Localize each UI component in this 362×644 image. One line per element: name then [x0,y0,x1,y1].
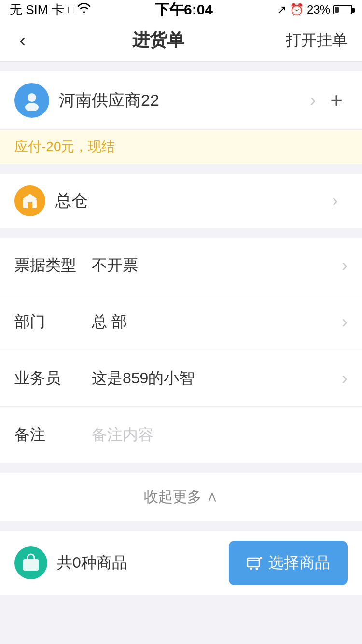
product-icon [14,546,47,579]
wifi-icon: □ [68,3,91,16]
dept-row[interactable]: 部门 总 部 › [0,294,362,350]
warehouse-row[interactable]: 总仓 › [0,174,362,228]
supplier-avatar [14,83,49,118]
page-background [0,595,362,644]
remark-row[interactable]: 备注 备注内容 [0,407,362,463]
supplier-chevron-icon: › [310,90,316,111]
status-time: 下午6:04 [155,0,213,20]
svg-rect-4 [28,202,32,208]
page-title: 进货单 [132,28,184,52]
select-product-button[interactable]: 选择商品 [229,541,348,585]
alarm-icon: ⏰ [290,3,304,16]
svg-point-0 [28,93,36,102]
warehouse-name: 总仓 [55,190,332,212]
warehouse-section: 总仓 › [0,174,362,228]
open-pending-button[interactable]: 打开挂单 [286,30,348,51]
remark-label: 备注 [14,424,82,446]
back-button[interactable]: ‹ [14,25,30,56]
battery-icon [333,5,352,14]
supplier-section: 河南供应商22 › + 应付-20元，现结 [0,71,362,164]
sales-chevron-icon: › [342,368,348,389]
svg-point-1 [25,103,39,111]
sales-label: 业务员 [14,368,82,389]
add-supplier-button[interactable]: + [325,88,348,112]
collapse-label: 收起更多 ∧ [144,487,218,507]
location-icon: ↗ [277,3,287,16]
invoice-type-row[interactable]: 票据类型 不开票 › [0,238,362,294]
select-product-label: 选择商品 [268,552,330,574]
form-section: 票据类型 不开票 › 部门 总 部 › 业务员 这是859的小智 › 备注 备注… [0,238,362,463]
dept-label: 部门 [14,311,82,333]
invoice-type-value: 不开票 [82,255,342,276]
supplier-row[interactable]: 河南供应商22 › + [0,71,362,130]
svg-rect-5 [23,559,39,571]
section-gap-1 [0,62,362,71]
cart-icon [246,554,264,572]
section-gap-2 [0,164,362,174]
status-bar: 无 SIM 卡 □ 下午6:04 ↗ ⏰ 23% [0,0,362,19]
bottom-bar: 共0种商品 选择商品 [0,531,362,595]
svg-marker-3 [22,194,38,199]
status-right: ↗ ⏰ 23% [277,3,352,16]
invoice-chevron-icon: › [342,255,348,276]
status-left: 无 SIM 卡 □ [10,1,91,18]
sales-row[interactable]: 业务员 这是859的小智 › [0,350,362,407]
sim-label: 无 SIM 卡 [10,1,64,18]
collapse-row[interactable]: 收起更多 ∧ [0,473,362,521]
remark-input[interactable]: 备注内容 [82,424,348,446]
dept-value: 总 部 [82,311,342,333]
product-count: 共0种商品 [57,552,219,574]
svg-point-7 [250,568,252,570]
supplier-notice: 应付-20元，现结 [0,130,362,164]
svg-point-8 [256,568,258,570]
warehouse-chevron-icon: › [332,191,338,211]
battery-percent: 23% [307,3,330,16]
svg-rect-6 [248,558,259,567]
nav-bar: ‹ 进货单 打开挂单 [0,19,362,62]
invoice-type-label: 票据类型 [14,255,82,276]
sales-value: 这是859的小智 [82,368,342,389]
dept-chevron-icon: › [342,312,348,332]
supplier-name: 河南供应商22 [59,89,310,112]
warehouse-icon [14,185,45,216]
